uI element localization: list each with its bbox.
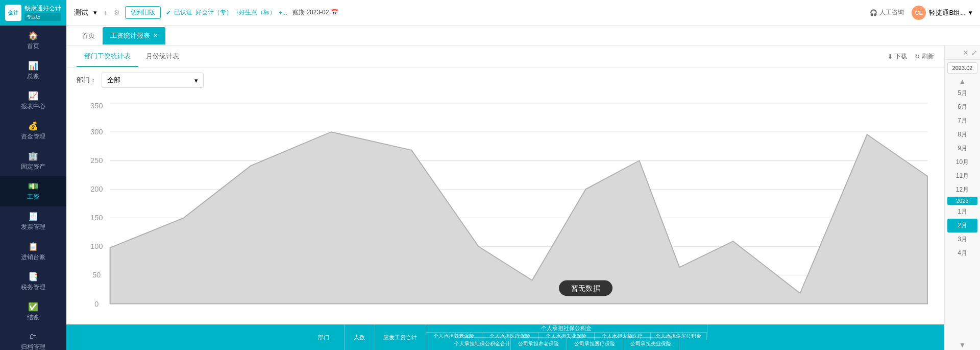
sidebar: 会计 畅康通好会计 专业版 🏠 首页 📊 总账 📈 报表中心 💰 资金管理 🏢 … [0,0,66,350]
sidebar-label-archive: 归档管理 [21,343,45,350]
sidebar-item-settle[interactable]: ✅ 结账 [0,297,66,327]
month-item-12月[interactable]: 12月 [945,183,980,197]
col-group-social: 个人承担社保公积金个人承担养老保险个人承担医疗保险个人承担失业保险个人承担大额医… [426,324,707,337]
close-panel-icon[interactable]: ✕ [963,49,969,57]
month-item-4月[interactable]: 4月 [945,246,980,260]
sidebar-item-fund[interactable]: 💰 资金管理 [0,116,66,146]
sidebar-icon-report: 📈 [28,91,38,101]
year-display: 2023.02 [947,62,977,74]
dept-value: 全部 [107,76,120,85]
sidebar-label-tax: 税务管理 [21,283,45,292]
main-area: 测试 ▾ ＋ ⚙ 切到旧版 ✔ 已认证 好会计（专） +好生意（标） +... … [66,0,980,350]
month-item-2月[interactable]: 2月 [947,219,977,232]
avatar: CE [912,6,926,20]
sidebar-item-invoice[interactable]: 🧾 发票管理 [0,206,66,237]
sidebar-item-ledger[interactable]: 📊 总账 [0,56,66,86]
topbar: 测试 ▾ ＋ ⚙ 切到旧版 ✔ 已认证 好会计（专） +好生意（标） +... … [66,0,980,26]
logo[interactable]: 会计 畅康通好会计 专业版 [0,0,66,26]
sidebar-label-asset: 固定资产 [21,162,45,171]
month-item-11月[interactable]: 11月 [945,169,980,183]
logo-badge: 专业版 [24,13,61,21]
filter-bar: 部门： 全部 ▾ [66,67,944,93]
dropdown-arrow: ▾ [93,9,97,16]
certified-text: 已认证 [174,8,192,17]
switch-button[interactable]: 切到旧版 [125,6,161,19]
svg-text:150: 150 [90,214,103,222]
tab-salary-report[interactable]: 工资统计报表✕ [103,27,165,44]
sidebar-icon-fund: 💰 [28,121,38,131]
sidebar-nav: 🏠 首页 📊 总账 📈 报表中心 💰 资金管理 🏢 固定资产 💵 工资 🧾 发票… [0,26,66,350]
expand-panel-icon[interactable]: ⤢ [971,49,977,57]
svg-text:350: 350 [90,102,103,110]
col-公司承担失业保险: 公司承担失业保险 [623,337,679,350]
month-item-3月[interactable]: 3月 [945,232,980,246]
subtab-left: 部门工资统计表月份统计表 [77,46,187,67]
help-button[interactable]: 🎧 人工咨询 [870,8,904,17]
user-name: 轻捷通B组... [929,8,966,17]
logo-text: 畅康通好会计 [24,5,61,13]
refresh-icon: ↻ [915,53,920,60]
tab-home[interactable]: 首页 [74,27,103,44]
col-公司承担养老保险: 公司承担养老保险 [511,337,567,350]
sidebar-label-invoice: 发票管理 [21,223,45,231]
sidebar-item-tax[interactable]: 📑 税务管理 [0,267,66,297]
company-dropdown[interactable]: ▾ [93,9,97,16]
col-header-top-2: 应发工资合计 [375,324,426,350]
subtab-dept[interactable]: 部门工资统计表 [77,46,138,67]
sidebar-label-ledger: 总账 [27,72,39,81]
topbar-right: 🎧 人工咨询 CE 轻捷通B组... ▾ [870,6,972,20]
svg-text:200: 200 [90,185,103,194]
salary-chart: 0 50 100 150 200 250 300 350 [77,98,934,319]
period-value: 2023-02 [306,9,329,16]
month-item-5月[interactable]: 5月 [945,86,980,100]
subtab-monthly[interactable]: 月份统计表 [138,46,187,67]
month-item-6月[interactable]: 6月 [945,100,980,114]
sidebar-item-home[interactable]: 🏠 首页 [0,26,66,56]
col-header-top-1: 人数 [345,324,375,350]
sidebar-item-report[interactable]: 📈 报表中心 [0,86,66,116]
tabbar: 首页工资统计报表✕ [66,26,980,46]
sidebar-item-salary[interactable]: 💵 工资 [0,176,66,206]
user-menu[interactable]: CE 轻捷通B组... ▾ [912,6,972,20]
col-个人承担社保公积金合计: 个人承担社保公积金合计 [454,337,511,350]
period-label: 账期 2023-02 📅 [292,8,338,17]
download-icon: ⬇ [888,53,893,60]
sidebar-label-fund: 资金管理 [21,132,45,141]
certified-icon: ✔ [166,9,171,16]
content: 部门工资统计表月份统计表 ⬇ 下载 ↻ 刷新 部门： 全部 ▾ [66,46,980,350]
good-account: 好会计（专） [195,8,232,17]
dept-select[interactable]: 全部 ▾ [102,73,204,88]
chart-area: 0 50 100 150 200 250 300 350 [66,93,944,324]
subtab-right: ⬇ 下载 ↻ 刷新 [888,52,934,61]
main-panel: 部门工资统计表月份统计表 ⬇ 下载 ↻ 刷新 部门： 全部 ▾ [66,46,944,350]
month-item-1月[interactable]: 1月 [945,205,980,219]
month-item-8月[interactable]: 8月 [945,128,980,142]
download-button[interactable]: ⬇ 下载 [888,52,907,61]
month-list: 5月6月7月8月9月10月11月12月20231月2月3月4月 [945,86,980,340]
topbar-gear[interactable]: ⚙ [114,9,120,16]
sidebar-icon-asset: 🏢 [28,151,38,161]
sidebar-icon-home: 🏠 [28,31,38,40]
sidebar-item-asset[interactable]: 🏢 固定资产 [0,146,66,176]
year-badge: 2023 [947,197,977,205]
prev-year-arrow[interactable]: ▲ [945,76,980,86]
sidebar-item-sales[interactable]: 📋 进销台账 [0,237,66,267]
tab-close-salary-report[interactable]: ✕ [153,32,158,39]
calendar-icon[interactable]: 📅 [331,9,338,16]
sidebar-icon-tax: 📑 [28,272,38,282]
refresh-button[interactable]: ↻ 刷新 [915,52,934,61]
month-item-7月[interactable]: 7月 [945,114,980,128]
dept-label: 部门： [77,76,96,85]
sidebar-item-archive[interactable]: 🗂 归档管理 [0,327,66,350]
user-dropdown-arrow: ▾ [969,9,972,16]
month-item-10月[interactable]: 10月 [945,155,980,169]
sidebar-label-sales: 进销台账 [21,253,45,262]
svg-text:0: 0 [94,300,99,308]
sidebar-icon-invoice: 🧾 [28,212,38,221]
next-year-arrow[interactable]: ▼ [945,340,980,350]
col-header-top-0: 部门 [304,324,345,350]
chart-tooltip-text: 暂无数据 [571,284,600,292]
topbar-status: ✔ 已认证 好会计（专） +好生意（标） +... [166,8,287,17]
month-item-9月[interactable]: 9月 [945,142,980,155]
topbar-plus[interactable]: ＋ [102,8,109,17]
